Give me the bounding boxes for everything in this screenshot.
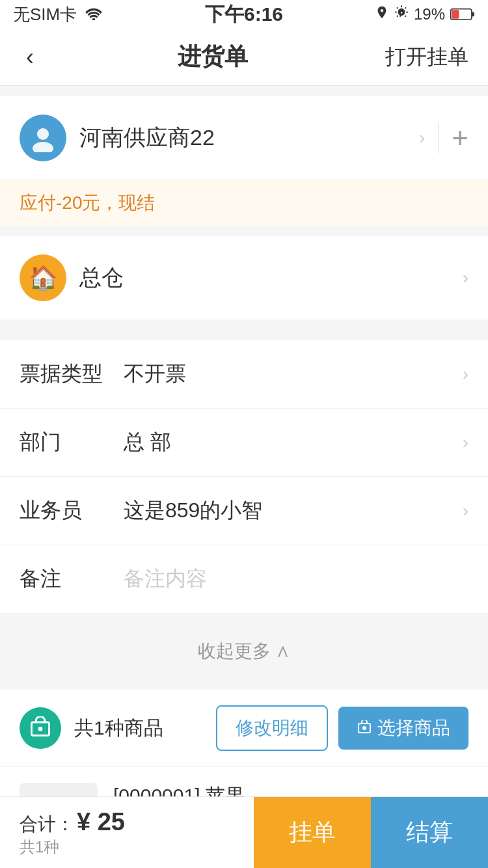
salesperson-value: 这是859的小智 [111,496,463,525]
svg-point-9 [362,726,366,730]
status-left: 无SIM卡 [13,3,103,26]
wifi-icon [85,5,103,25]
department-chevron-icon: › [463,432,468,453]
status-bar: 无SIM卡 下午6:16 19% [0,0,488,29]
footer: 合计： ¥ 25 共1种 挂单 结算 [0,796,488,868]
warehouse-icon: 🏠 [20,254,66,301]
add-supplier-icon[interactable]: + [452,122,468,154]
supplier-avatar [20,115,66,161]
svg-rect-3 [472,12,474,17]
warehouse-chevron-icon: › [463,267,468,288]
supplier-alert: 应付-20元，现结 [0,180,488,226]
remark-label: 备注 [20,565,111,593]
svg-point-0 [92,18,96,20]
footer-total-sub: 共1种 [20,837,234,858]
page-title: 进货单 [178,41,248,73]
battery-icon [450,8,475,20]
warehouse-icon-symbol: 🏠 [29,264,58,292]
salesperson-chevron-icon: › [463,500,468,521]
department-row[interactable]: 部门 总 部 › [0,409,488,477]
separator-1 [0,86,488,96]
department-value: 总 部 [111,428,463,457]
supplier-section: 河南供应商22 › + 应付-20元，现结 [0,96,488,226]
supplier-name: 河南供应商22 [79,123,419,153]
alarm-icon [394,5,409,23]
collapse-row[interactable]: 收起更多 ∧ [0,623,488,679]
department-label: 部门 [20,428,111,457]
select-product-label: 选择商品 [377,716,450,740]
back-button[interactable]: ‹ [20,37,40,77]
select-product-button[interactable]: 选择商品 [338,707,468,750]
remark-row[interactable]: 备注 备注内容 [0,545,488,613]
invoice-type-row[interactable]: 票据类型 不开票 › [0,340,488,409]
nav-bar: ‹ 进货单 打开挂单 [0,29,488,86]
status-time: 下午6:16 [205,1,283,28]
footer-total-label: 合计： [20,812,74,837]
remark-input[interactable]: 备注内容 [111,565,468,593]
status-right: 19% [375,5,475,23]
invoice-chevron-icon: › [463,364,468,385]
suspend-button[interactable]: 挂单 [254,797,371,868]
salesperson-row[interactable]: 业务员 这是859的小智 › [0,477,488,545]
svg-point-5 [33,142,53,152]
svg-point-7 [38,727,43,731]
open-pending-button[interactable]: 打开挂单 [385,43,468,72]
invoice-type-label: 票据类型 [20,360,111,388]
products-icon [20,707,61,749]
supplier-chevron-icon: › [419,128,425,148]
carrier-text: 无SIM卡 [13,3,77,26]
warehouse-section[interactable]: 🏠 总仓 › [0,236,488,319]
separator-2 [0,330,488,340]
invoice-type-value: 不开票 [111,360,463,388]
checkout-button[interactable]: 结算 [371,797,488,868]
warehouse-name: 总仓 [79,263,463,293]
supplier-divider [438,122,439,154]
location-icon [375,5,389,23]
footer-total: 合计： ¥ 25 共1种 [0,797,254,868]
form-section: 票据类型 不开票 › 部门 总 部 › 业务员 这是859的小智 › 备注 备注… [0,340,488,613]
battery-text: 19% [414,5,445,23]
svg-point-4 [37,128,49,140]
svg-rect-2 [452,10,459,18]
edit-detail-button[interactable]: 修改明细 [216,705,328,751]
supplier-row[interactable]: 河南供应商22 › + [0,96,488,180]
salesperson-label: 业务员 [20,496,111,525]
products-header: 共1种商品 修改明细 选择商品 [0,690,488,767]
footer-total-amount: ¥ 25 [77,808,125,836]
products-count: 共1种商品 [74,715,216,742]
